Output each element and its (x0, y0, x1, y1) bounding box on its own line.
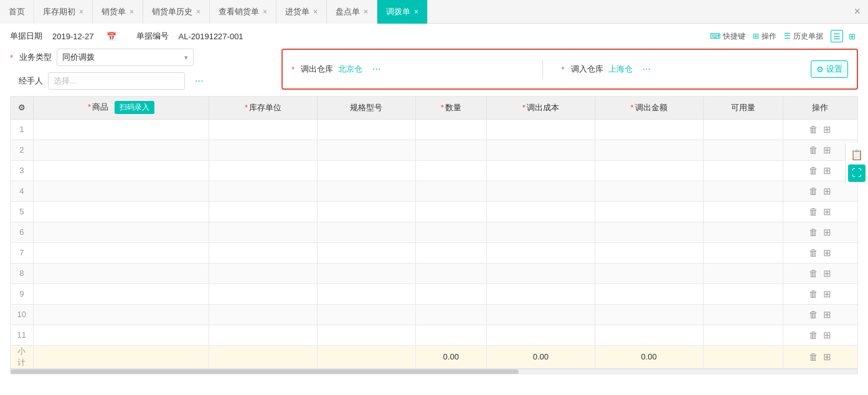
layout-list-icon[interactable]: ☰ (831, 30, 843, 42)
tab-stocktake[interactable]: 盘点单 × (327, 0, 377, 24)
copy-row-icon[interactable]: ⊞ (823, 145, 831, 156)
calendar-icon[interactable]: 📅 (106, 32, 116, 41)
copy-row-icon[interactable]: ⊞ (823, 124, 831, 135)
unit-cell[interactable] (209, 119, 318, 140)
product-cell[interactable] (33, 222, 209, 242)
qty-cell[interactable] (415, 160, 486, 181)
unit-cell[interactable] (209, 242, 318, 263)
history-action[interactable]: ☰ 历史单据 (784, 31, 823, 42)
delete-row-icon[interactable]: 🗑 (809, 124, 818, 135)
tab-inventory-init[interactable]: 库存期初 × (34, 0, 93, 24)
amount-cell[interactable] (595, 222, 703, 242)
delete-row-icon[interactable]: 🗑 (809, 309, 818, 320)
tab-view-sales-close[interactable]: × (263, 7, 267, 16)
window-close-button[interactable]: × (846, 0, 868, 24)
tab-sales-history[interactable]: 销货单历史 × (143, 0, 210, 24)
gear-column-header[interactable]: ⚙ (11, 97, 33, 119)
copy-row-icon[interactable]: ⊞ (823, 206, 831, 217)
cost-cell[interactable] (486, 140, 595, 160)
settings-button[interactable]: ⚙ 设置 (811, 60, 848, 78)
delete-row-icon[interactable]: 🗑 (809, 227, 818, 237)
business-type-input[interactable]: 同价调拨 ▾ (57, 49, 194, 66)
spec-cell[interactable] (317, 181, 415, 201)
amount-cell[interactable] (595, 201, 703, 222)
subtotal-copy-icon[interactable]: ⊞ (823, 351, 831, 363)
copy-row-icon[interactable]: ⊞ (823, 247, 831, 259)
spec-cell[interactable] (317, 242, 415, 263)
handler-more-button[interactable]: ··· (195, 75, 203, 87)
delete-row-icon[interactable]: 🗑 (809, 247, 818, 258)
qty-cell[interactable] (415, 304, 486, 325)
unit-cell[interactable] (209, 160, 318, 181)
subtotal-delete-icon[interactable]: 🗑 (809, 351, 818, 362)
unit-cell[interactable] (209, 140, 318, 160)
tab-inventory-init-close[interactable]: × (79, 7, 83, 16)
cost-cell[interactable] (486, 201, 595, 222)
product-cell[interactable] (33, 242, 209, 263)
delete-row-icon[interactable]: 🗑 (809, 288, 818, 299)
unit-cell[interactable] (209, 304, 318, 325)
in-warehouse-value[interactable]: 上海仓 (608, 64, 633, 75)
layout-grid-icon[interactable]: ⊞ (846, 30, 858, 42)
unit-cell[interactable] (209, 181, 318, 201)
tab-sales-order-close[interactable]: × (130, 7, 134, 16)
qty-cell[interactable] (415, 222, 486, 242)
notes-sidebar-icon[interactable]: 📋 (848, 146, 866, 163)
spec-cell[interactable] (317, 283, 415, 304)
amount-cell[interactable] (595, 263, 703, 283)
qty-cell[interactable] (415, 201, 486, 222)
qty-cell[interactable] (415, 181, 486, 201)
cost-cell[interactable] (486, 181, 595, 201)
amount-cell[interactable] (595, 325, 703, 345)
product-cell[interactable] (33, 304, 209, 325)
spec-cell[interactable] (317, 325, 415, 345)
tab-sales-history-close[interactable]: × (196, 7, 200, 16)
spec-cell[interactable] (317, 304, 415, 325)
qty-cell[interactable] (415, 140, 486, 160)
tab-transfer-close[interactable]: × (414, 7, 418, 16)
copy-row-icon[interactable]: ⊞ (823, 268, 831, 279)
copy-row-icon[interactable]: ⊞ (823, 309, 831, 320)
unit-cell[interactable] (209, 201, 318, 222)
shortcut-action[interactable]: ⌨ 快捷键 (710, 31, 745, 42)
product-cell[interactable] (33, 119, 209, 140)
product-cell[interactable] (33, 325, 209, 345)
product-cell[interactable] (33, 181, 209, 201)
delete-row-icon[interactable]: 🗑 (809, 165, 818, 176)
cost-cell[interactable] (486, 325, 595, 345)
scrollbar-thumb[interactable] (11, 369, 519, 374)
product-cell[interactable] (33, 263, 209, 283)
delete-row-icon[interactable]: 🗑 (809, 145, 818, 155)
qty-cell[interactable] (415, 242, 486, 263)
tab-purchase-close[interactable]: × (313, 7, 318, 16)
out-warehouse-value[interactable]: 北京仓 (338, 64, 362, 75)
product-cell[interactable] (33, 140, 209, 160)
tab-home[interactable]: 首页 (0, 0, 34, 24)
amount-cell[interactable] (595, 119, 703, 140)
delete-row-icon[interactable]: 🗑 (809, 268, 818, 278)
cost-cell[interactable] (486, 283, 595, 304)
amount-cell[interactable] (595, 160, 703, 181)
cost-cell[interactable] (486, 242, 595, 263)
cost-cell[interactable] (486, 304, 595, 325)
delete-row-icon[interactable]: 🗑 (809, 186, 818, 196)
product-cell[interactable] (33, 283, 209, 304)
tab-sales-order[interactable]: 销货单 × (93, 0, 143, 24)
cost-cell[interactable] (486, 119, 595, 140)
spec-cell[interactable] (317, 119, 415, 140)
scan-button[interactable]: 扫码录入 (115, 101, 154, 114)
in-warehouse-more-button[interactable]: ··· (643, 64, 651, 75)
spec-cell[interactable] (317, 140, 415, 160)
spec-cell[interactable] (317, 201, 415, 222)
tab-stocktake-close[interactable]: × (364, 7, 368, 16)
copy-row-icon[interactable]: ⊞ (823, 330, 831, 341)
operation-action[interactable]: ⊞ 操作 (753, 31, 776, 42)
copy-row-icon[interactable]: ⊞ (823, 186, 831, 197)
unit-cell[interactable] (209, 263, 318, 283)
unit-cell[interactable] (209, 222, 318, 242)
expand-sidebar-icon[interactable]: ⛶ (848, 164, 866, 182)
amount-cell[interactable] (595, 181, 703, 201)
spec-cell[interactable] (317, 160, 415, 181)
cost-cell[interactable] (486, 263, 595, 283)
delete-row-icon[interactable]: 🗑 (809, 206, 818, 217)
